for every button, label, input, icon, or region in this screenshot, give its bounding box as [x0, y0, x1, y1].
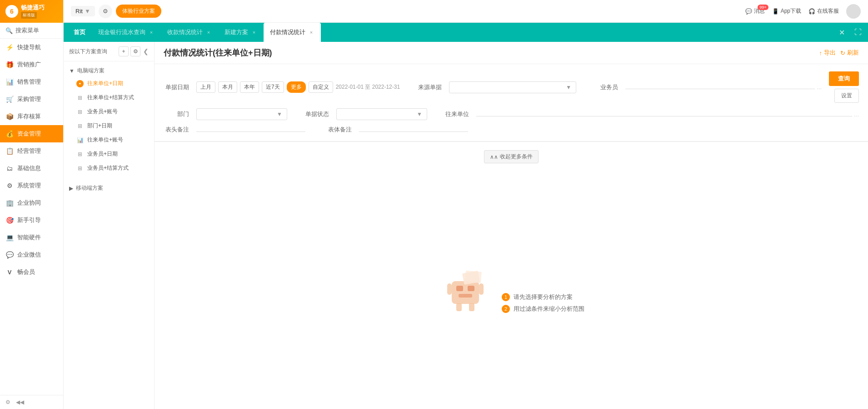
scheme-item-salesman-account[interactable]: ⊞ 业务员+账号	[64, 105, 154, 119]
capital-icon: 💰	[5, 130, 14, 138]
header-note-input[interactable]	[196, 128, 305, 132]
online-service-btn[interactable]: 🎧 在线客服	[808, 7, 839, 15]
tab-payment-stats-label: 付款情况统计	[270, 28, 305, 36]
tab-payment-stats[interactable]: 付款情况统计 ×	[264, 23, 321, 42]
dept-label: 部门	[164, 110, 189, 118]
sidebar-item-quick-nav[interactable]: ⚡ 快捷导航	[0, 39, 63, 56]
table-scheme-icon: ⊞	[76, 151, 84, 158]
close-all-tabs-btn[interactable]: ✕	[835, 26, 848, 39]
scheme-item-label: 部门+日期	[87, 122, 112, 130]
scheme-settings-btn[interactable]: ⚙	[130, 46, 140, 56]
scheme-item-dept-date[interactable]: ⊞ 部门+日期	[64, 119, 154, 133]
tab-home[interactable]: 首页	[67, 23, 92, 42]
empty-illustration	[438, 268, 493, 313]
tab-payment-stats-close[interactable]: ×	[308, 29, 314, 35]
vip-icon: V	[5, 268, 14, 276]
date-option-7days[interactable]: 近7天	[262, 81, 284, 93]
query-btn[interactable]: 查询	[829, 71, 859, 86]
user-avatar[interactable]	[846, 4, 861, 19]
topbar-settings-btn[interactable]: ⚙	[99, 5, 112, 18]
export-btn[interactable]: ↑ 导出	[819, 49, 836, 57]
tab-new-scheme[interactable]: 新建方案 ×	[218, 23, 264, 42]
sidebar-item-hardware[interactable]: 💻 智能硬件	[0, 229, 63, 246]
sidebar-item-wechat[interactable]: 💬 企业微信	[0, 246, 63, 263]
body-note-input[interactable]	[359, 128, 468, 132]
sidebar-item-inventory[interactable]: 📦 库存核算	[0, 108, 63, 125]
source-voucher-label: 来源单据	[416, 83, 442, 91]
counterpart-more-btn[interactable]: ...	[854, 111, 859, 118]
svg-rect-3	[459, 294, 472, 298]
dept-select[interactable]: ▼	[196, 108, 287, 120]
maximize-btn[interactable]: ⛶	[852, 26, 864, 39]
date-option-custom[interactable]: 自定义	[309, 81, 333, 93]
app-logo-icon: 6	[5, 5, 18, 18]
chevron-down-icon: ▼	[417, 111, 422, 117]
download-icon: 📱	[772, 8, 779, 15]
salesman-more-btn[interactable]: ...	[817, 84, 822, 91]
filter-row-2: 部门 ▼ 单据状态 ▼ 往来单位 ...	[164, 108, 859, 120]
page-header: 付款情况统计(往来单位+日期) ↑ 导出 ↻ 刷新	[155, 42, 868, 64]
company-selector[interactable]: Rit ▼	[71, 6, 95, 16]
salesman-input[interactable]	[625, 85, 815, 89]
app-download-label: App下载	[781, 7, 801, 15]
scheme-panel-title: 按以下方案查询	[69, 48, 116, 56]
sidebar-item-basic[interactable]: 🗂 基础信息	[0, 160, 63, 177]
sidebar-item-enterprise[interactable]: 🏢 企业协同	[0, 194, 63, 212]
search-label: 搜索菜单	[15, 26, 39, 35]
tab-cash-flow-close[interactable]: ×	[148, 29, 155, 35]
refresh-btn[interactable]: ↻ 刷新	[840, 49, 859, 57]
sidebar-item-guide[interactable]: 🎯 新手引导	[0, 212, 63, 229]
tab-new-scheme-label: 新建方案	[224, 28, 248, 36]
sidebar-footer: ⚙ ◀◀	[0, 395, 63, 409]
search-icon: 🔍	[5, 27, 13, 34]
online-service-label: 在线客服	[817, 7, 839, 15]
message-btn[interactable]: 💬 消息 99+	[745, 7, 765, 15]
sidebar-item-operation[interactable]: 📋 经营管理	[0, 142, 63, 160]
sidebar-item-marketing[interactable]: 🎁 营销推广	[0, 56, 63, 73]
search-menu[interactable]: 🔍 搜索菜单	[0, 23, 63, 39]
scheme-item-salesman-settle[interactable]: ⊞ 业务员+结算方式	[64, 161, 154, 175]
settings-footer-btn[interactable]: ⚙	[5, 399, 10, 405]
mobile-group-toggle[interactable]: ▶ 移动端方案	[64, 182, 154, 194]
sidebar-item-sales[interactable]: 📊 销售管理	[0, 73, 63, 91]
add-scheme-btn[interactable]: +	[119, 46, 129, 56]
sidebar-item-vip[interactable]: V 畅会员	[0, 263, 63, 281]
scheme-item-counterpart-settle[interactable]: ⊞ 往来单位+结算方式	[64, 91, 154, 105]
voucher-date-label: 单据日期	[164, 83, 189, 91]
sidebar-item-label: 销售管理	[17, 78, 41, 86]
desktop-scheme-group: ▼ 电脑端方案 ● 往来单位+日期 ⊞ 往来单位+结算方式 ⊞ 业务员+账号 ⊞	[64, 61, 154, 179]
main-content: 付款情况统计(往来单位+日期) ↑ 导出 ↻ 刷新 单据日期	[155, 42, 868, 409]
date-option-this-year[interactable]: 本年	[240, 81, 259, 93]
date-option-this-month[interactable]: 本月	[218, 81, 237, 93]
service-icon: 🎧	[808, 8, 815, 15]
tab-home-label: 首页	[74, 28, 85, 36]
desktop-group-toggle[interactable]: ▼ 电脑端方案	[64, 65, 154, 76]
filter-settings-btn[interactable]: 设置	[834, 89, 859, 103]
sidebar-item-label: 快捷导航	[17, 43, 41, 51]
empty-state: 1 请先选择要分析的方案 2 用过滤条件来缩小分析范围	[155, 172, 868, 409]
scheme-item-counterpart-account[interactable]: 📊 往来单位+账号	[64, 133, 154, 147]
scheme-item-salesman-date[interactable]: ⊞ 业务员+日期	[64, 147, 154, 161]
collapse-more-btn[interactable]: ∧∧ 收起更多条件	[484, 150, 539, 163]
sidebar-item-label: 基础信息	[17, 164, 41, 172]
collapse-sidebar-btn[interactable]: ◀◀	[16, 399, 24, 405]
scheme-item-counterpart-date[interactable]: ● 往来单位+日期	[64, 76, 154, 91]
sidebar-item-label: 企业微信	[17, 251, 41, 259]
tab-collection-stats[interactable]: 收款情况统计 ×	[161, 23, 218, 42]
voucher-status-select[interactable]: ▼	[336, 108, 427, 120]
sidebar-item-capital[interactable]: 💰 资金管理	[0, 125, 63, 142]
trial-btn[interactable]: 体验行业方案	[116, 5, 161, 18]
sidebar-item-purchase[interactable]: 🛒 采购管理	[0, 91, 63, 108]
scheme-collapse-btn[interactable]: ❮	[143, 48, 149, 55]
sidebar-item-system[interactable]: ⚙ 系统管理	[0, 177, 63, 194]
app-download-btn[interactable]: 📱 App下载	[772, 7, 801, 15]
source-voucher-select[interactable]: ▼	[449, 81, 576, 93]
date-option-more[interactable]: 更多	[287, 81, 306, 93]
tab-cash-flow[interactable]: 现金银行流水查询 ×	[92, 23, 161, 42]
date-option-last-month[interactable]: 上月	[196, 81, 215, 93]
hardware-icon: 💻	[5, 233, 14, 242]
tab-new-scheme-close[interactable]: ×	[251, 29, 257, 35]
svg-rect-4	[447, 283, 452, 295]
counterpart-input[interactable]	[476, 112, 852, 116]
tab-collection-stats-close[interactable]: ×	[205, 29, 212, 35]
